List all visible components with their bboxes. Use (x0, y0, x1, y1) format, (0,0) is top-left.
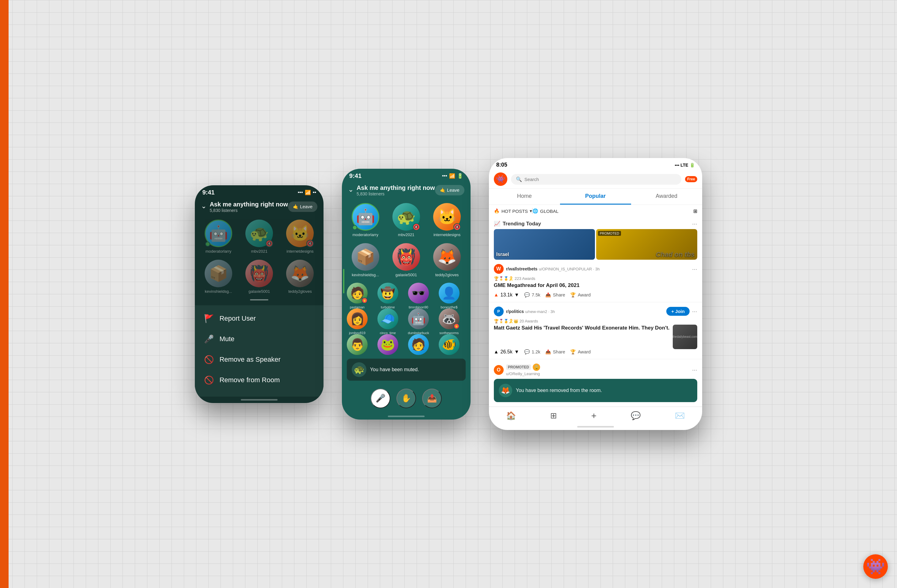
avatar-item-bonesrthe[interactable]: 👤 bonesrthe$ (439, 283, 459, 304)
avatar-item-timrobinon90[interactable]: 🕶️ timrobinon90 (408, 283, 429, 304)
nav-plus[interactable]: + (591, 411, 597, 421)
join-button-politics[interactable]: + Join (666, 307, 690, 316)
mute-badge-sortheworms: 🖐 (453, 323, 459, 329)
hot-posts-filter[interactable]: 🔥 HOT POSTS ▾ (494, 208, 532, 214)
vote-row-gme: ▲ 13.1k ▼ (494, 292, 519, 298)
avatar-item-teddy2gloves[interactable]: 🦊 teddy2gloves (283, 260, 317, 294)
avatar-item-2-mbv2021[interactable]: 🐢 🔇 mbv2021 (389, 203, 423, 237)
award-btn-gme[interactable]: 🏆 Award (570, 292, 591, 298)
search-input[interactable] (525, 177, 677, 182)
nav-chat[interactable]: 💬 (631, 411, 641, 420)
sub-name-wsb[interactable]: r/wallstreetbets (506, 266, 538, 271)
avatar-item-partial3[interactable]: 🧑 (408, 334, 429, 355)
avatar-wrap-2-6: 🦊 (433, 243, 461, 271)
room-header-1: ⌄ Ask me anything right now 5,830 listen… (195, 199, 323, 217)
comments-btn-politics[interactable]: 💬 1.2k (524, 349, 540, 354)
leave-button-2[interactable]: 🤙 Leave (435, 185, 464, 195)
reddit-logo: 👾 (494, 173, 507, 186)
share-btn-gme[interactable]: 📤 Share (545, 292, 565, 298)
avatar-wrap-timrobinon90: 🕶️ (408, 283, 429, 304)
avatar-item-internetdesigns[interactable]: 🐱 🔇 internetdesigns (283, 220, 317, 254)
trending-more-button[interactable]: ··· (692, 220, 697, 227)
sub-name-politics[interactable]: r/politics (506, 309, 524, 314)
avatar-wrap-sortheworms: 🦝 🖐 (439, 309, 459, 329)
downvote-icon-politics[interactable]: ▼ (514, 349, 519, 354)
post-title-politics: Matt Gaetz Said His 'Travel Records' Wou… (494, 325, 670, 331)
trend-card-israel[interactable]: Israel (494, 229, 595, 260)
room-header-left-2: ⌄ Ask me anything right now 5,830 listen… (348, 184, 435, 196)
mute-badge-pastaman: 🖐 (361, 297, 367, 304)
trending-label: Trending Today (503, 221, 541, 227)
avatar-item-kevinshieldsg[interactable]: 📦 kevinshieldsg... (201, 260, 236, 294)
tab-awarded[interactable]: Awarded (631, 189, 702, 205)
post-row-politics: Matt Gaetz Said His 'Travel Records' Wou… (494, 325, 697, 349)
avatar-item-galaxie5001[interactable]: 👹 galaxie5001 (242, 260, 277, 294)
avatar-item-mbv2021[interactable]: 🐢 🔇 mbv2021 (242, 220, 277, 254)
avatar-item-2-teddy2gloves[interactable]: 🦊 teddy2gloves (430, 243, 464, 277)
room-listeners-2: 5,830 listeners (357, 191, 435, 196)
avatar-item-dumbstarbuck[interactable]: 🤖 dumbstarbuck (408, 309, 429, 329)
avatar-item-pastaman[interactable]: 🧑 🖐 pastaman (347, 283, 367, 304)
mic-button[interactable]: 🎤 (371, 389, 390, 408)
sheet-item-mute[interactable]: 🎤 Mute (195, 329, 323, 350)
remove-speaker-icon: 🚫 (204, 355, 213, 364)
time-1: 9:41 (202, 189, 214, 196)
avatar-item-moderatorlarry[interactable]: 🤖 moderatorlarry (201, 220, 236, 254)
share-btn-politics[interactable]: 📤 Share (545, 349, 565, 354)
trend-card-chad[interactable]: PROMOTED Chad on tbs (596, 229, 697, 260)
upvote-icon-politics[interactable]: ▲ (494, 349, 499, 354)
promo-more-btn[interactable]: ··· (692, 366, 697, 373)
avatar-item-2-moderatorlarry[interactable]: 🤖 moderatorlarry (348, 203, 383, 237)
wifi-icon: 📶 (305, 189, 311, 195)
upvote-icon-gme[interactable]: ▲ (494, 292, 499, 298)
avatar-item-cinco-time[interactable]: 🧢 cinco_time (377, 309, 398, 329)
avatar-item-partial1[interactable]: 👨 (347, 334, 367, 355)
status-bar-1: 9:41 ▪▪▪ 📶 ▪▪ (195, 185, 323, 199)
avatar-emoji-3: 🐱 (291, 226, 309, 241)
avatar-name-2-moderatorlarry: moderatorlarry (352, 232, 378, 237)
avatar-item-partial2[interactable]: 🐸 (377, 334, 398, 355)
nav-grid[interactable]: ⊞ (550, 411, 557, 420)
avatar-item-2-internetdesigns[interactable]: 🐱 🔇 internetdesigns (430, 203, 464, 237)
avatar-item-partial4[interactable]: 🐠 (439, 334, 459, 355)
avatar-wrap-turbotime: 🤠 (377, 283, 398, 304)
avatar-img-6: 🦊 (286, 260, 314, 287)
home-indicator-3 (577, 426, 614, 428)
avatar-img-2-5: 👹 (392, 243, 420, 271)
search-bar[interactable]: 🔍 (511, 174, 682, 185)
nav-mail[interactable]: ✉️ (675, 411, 685, 420)
layout-toggle[interactable]: ⊞ (693, 208, 697, 214)
status-icons-2: ▪▪▪ 📶 🔋 (442, 173, 463, 179)
post-actions-politics: ▲ 26.5k ▼ 💬 1.2k 📤 Share 🏆 Award (494, 349, 697, 354)
avatar-name-2-internetdesigns: internetdesigns (433, 232, 461, 237)
leave-button-1[interactable]: 🤙 Leave (288, 202, 317, 212)
downvote-icon-gme[interactable]: ▼ (514, 292, 519, 298)
chevron-down-icon[interactable]: ⌄ (201, 202, 207, 210)
comments-btn-gme[interactable]: 💬 7.5k (524, 292, 540, 298)
avatar-item-jomboy819[interactable]: 👩 jomboy819 (347, 309, 367, 329)
room-title-2: Ask me anything right now (357, 184, 435, 191)
room-title-1: Ask me anything right now (210, 201, 288, 208)
sheet-item-report[interactable]: 🚩 Report User (195, 309, 323, 329)
share-button[interactable]: 📤 (422, 389, 442, 408)
tab-home[interactable]: Home (489, 189, 560, 205)
post-more-btn-gme[interactable]: ··· (692, 266, 697, 273)
award-btn-politics[interactable]: 🏆 Award (570, 349, 591, 354)
avatar-item-sortheworms[interactable]: 🦝 🖐 sortheworms (439, 309, 459, 329)
nav-home[interactable]: 🏠 (506, 411, 516, 420)
avatar-emoji-2: 🐢 (250, 226, 269, 241)
sheet-item-remove-speaker[interactable]: 🚫 Remove as Speaker (195, 350, 323, 370)
raise-hand-button[interactable]: ✋ (396, 389, 416, 408)
signal-icon-2: ▪▪▪ (442, 173, 447, 179)
phone-2: 9:41 ▪▪▪ 📶 🔋 ⌄ Ask me anything right now… (342, 169, 471, 420)
tab-popular[interactable]: Popular (560, 189, 631, 205)
post-more-btn-politics[interactable]: ··· (692, 308, 697, 315)
avatar-item-2-kevinshieldsg[interactable]: 📦 kevinshieldsg... (348, 243, 383, 277)
sub-avatar-wsb: W (494, 264, 504, 274)
global-filter[interactable]: 🌐 GLOBAL (533, 208, 559, 214)
sheet-item-remove-room[interactable]: 🚫 Remove from Room (195, 370, 323, 391)
avatar-wrap-2: 🐢 🔇 (245, 220, 273, 247)
chevron-down-icon-2[interactable]: ⌄ (348, 186, 354, 194)
avatar-item-turbotime[interactable]: 🤠 turbotime (377, 283, 398, 304)
avatar-item-2-galaxie5001[interactable]: 👹 galaxie5001 (389, 243, 423, 277)
